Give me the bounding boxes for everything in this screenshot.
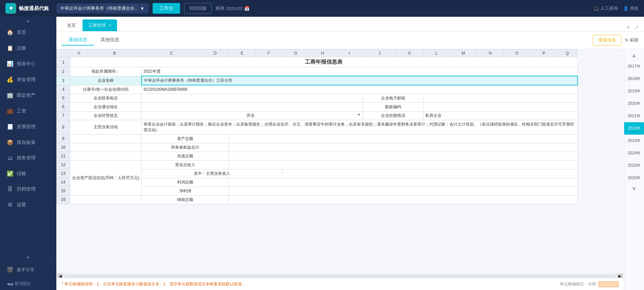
refresh-button[interactable]: ↻ 刷新 (625, 37, 639, 43)
tel-value[interactable] (142, 94, 363, 102)
sidebar-item-assets[interactable]: 🏢 固定资产 (0, 87, 56, 103)
total-profit-value[interactable] (229, 178, 578, 187)
sidebar-item-inventory[interactable]: 📦 库存核算 (0, 135, 56, 150)
user-button[interactable]: 👤 用友 (623, 5, 639, 11)
year-2026[interactable]: 2026年 (624, 172, 644, 184)
period-value: 2023-03 (226, 6, 243, 11)
subtab-basic[interactable]: 基础信息 (62, 35, 94, 46)
sidebar-item-invoices[interactable]: 🧾 发票管理 (0, 119, 56, 135)
chevron-down-icon: ▼ (140, 6, 145, 11)
tax-total-placeholder (70, 195, 142, 204)
year-2022[interactable]: 2022年 (624, 122, 644, 135)
tab-home[interactable]: 首页 (62, 20, 81, 31)
horizontal-scrollbar[interactable]: ◀ ▶ (56, 274, 624, 278)
year-2024[interactable]: 2024年 (624, 147, 644, 159)
user-icon: 👤 (623, 6, 629, 11)
sidebar-scroll-up[interactable]: ▲ (0, 17, 56, 24)
sidebar-scroll-down[interactable]: ▼ (0, 254, 56, 262)
col-header-i: I (336, 50, 363, 57)
sheet-content[interactable]: A B C D E F G H I J K L (56, 49, 624, 274)
sidebar-item-wages[interactable]: 💼 工资 (0, 103, 56, 119)
total-assets-value[interactable] (229, 134, 578, 143)
net-profit-label: 净利润 (142, 187, 229, 195)
tax-icon: 🗂 (7, 155, 13, 161)
edit-hint: * 单元格编辑说明：1、点击单元格直接录入数值或文本。2、清空单元格数值或文本恢… (62, 281, 246, 287)
year-scroll-up[interactable]: ▲ (630, 51, 639, 60)
col-header-e: E (229, 50, 256, 57)
company-name-value[interactable]: 中审众环会计师事务所（特殊普通合伙）江苏分所 (142, 76, 578, 85)
net-profit-value[interactable] (229, 187, 578, 195)
total-liab-value[interactable] (229, 152, 578, 160)
email-value[interactable] (423, 94, 578, 102)
tax-total-value[interactable] (229, 195, 578, 204)
row-num-2: 2 (57, 67, 70, 76)
period-label: 账期 (216, 5, 224, 11)
reg-no-value[interactable]: 91320100MA208E5W6K (142, 85, 578, 94)
biz-status-value[interactable]: 开业▼ (142, 111, 363, 120)
main-revenue-label: 其中：主营业务收入 (142, 169, 282, 178)
year-2018[interactable]: 2018年 (624, 73, 644, 85)
tax-total-label: 纳税总额 (142, 195, 229, 204)
sidebar-item-tax[interactable]: 🗂 税务管理 (0, 150, 56, 166)
col-header-c: C (142, 50, 202, 57)
equity-value[interactable] (229, 143, 578, 152)
old-version-button[interactable]: 切到旧版 (184, 3, 212, 14)
maximize-window-icon[interactable]: ⤢ (634, 24, 639, 30)
sidebar-home-label: 首页 (17, 29, 26, 35)
address-value[interactable] (142, 102, 363, 111)
total-profit-label: 利润总额 (142, 178, 229, 187)
reset-button[interactable]: 重置报表 (593, 35, 622, 46)
sidebar-item-ledger[interactable]: 📋 总账 (0, 40, 56, 56)
period-display: 账期 2023-03 📅 (216, 5, 250, 11)
col-header-p: P (531, 50, 557, 57)
holdings-value[interactable]: 私营企业 (423, 111, 578, 120)
year-2023[interactable]: 2023年 (624, 135, 644, 147)
year-panel: ▲ 2017年 2018年 2019年 2020年 2021年 2022年 20… (624, 49, 644, 290)
col-header-h: H (309, 50, 336, 57)
row-num-7: 7 (57, 111, 70, 120)
subtab-other[interactable]: 其他信息 (94, 35, 126, 46)
year-2019[interactable]: 2019年 (624, 85, 644, 97)
sidebar-item-closing[interactable]: ✅ 结账 (0, 166, 56, 182)
total-revenue-value[interactable] (229, 160, 578, 169)
sidebar-item-guide[interactable]: 🎬 新手引导 (0, 262, 56, 278)
row-num-13: 13 (57, 169, 70, 178)
year-2025[interactable]: 2025年 (624, 159, 644, 172)
title-cell[interactable]: 工商年报信息表 (70, 57, 578, 67)
workbench-button[interactable]: 工作台 (153, 3, 180, 14)
row-num-15: 15 (57, 187, 70, 195)
table-row: 7 企业经营状态 开业▼ 企业控股情况 私营企业 (57, 111, 578, 120)
refresh-label: 刷新 (630, 37, 639, 43)
main-biz-value[interactable]: 审查企业会计报表；出具审计报告；验证企业资本；出具验资报告；办理企业合开、分立、… (142, 120, 578, 134)
sidebar-item-reports[interactable]: 📊 报表中心 (0, 56, 56, 72)
tab-close-icon[interactable]: × (109, 23, 111, 28)
invoices-icon: 🧾 (7, 124, 13, 130)
tab-ic-mgmt[interactable]: 工商管理 × (83, 19, 117, 31)
row-num-5: 5 (57, 94, 70, 102)
year-2020[interactable]: 2020年 (624, 97, 644, 110)
unpin-button[interactable]: ◀◀ 取消固定 (0, 278, 56, 290)
tax-period-value[interactable]: 2022年度 (142, 67, 578, 76)
table-row: 16 纳税总额 (57, 195, 578, 204)
sidebar-item-archive[interactable]: 🗄 归档管理 (0, 182, 56, 197)
company-selector[interactable]: 中审众环会计师事务所（特殊普通合伙... ▼ (56, 3, 149, 13)
total-assets-label: 资产总额 (142, 134, 229, 143)
sidebar-item-home[interactable]: 🏠 首页 (0, 24, 56, 40)
year-2021[interactable]: 2021年 (624, 110, 644, 122)
year-scroll-down[interactable]: ▼ (630, 184, 639, 194)
col-header-k: K (396, 50, 423, 57)
close-window-icon[interactable]: × (626, 23, 630, 31)
year-2017[interactable]: 2017年 (624, 60, 644, 73)
sidebar-item-funds[interactable]: 💰 资金管理 (0, 72, 56, 87)
table-row: 9 资产总额 (57, 134, 578, 143)
content-area: 首页 工商管理 × × ⤢ 基础信息 其他信息 重 (56, 17, 644, 290)
scroll-track-h[interactable] (64, 275, 616, 278)
tab-ic-mgmt-label: 工商管理 (88, 23, 106, 28)
main-revenue-value[interactable] (282, 169, 578, 178)
row-num-9: 9 (57, 134, 70, 143)
postcode-value[interactable] (423, 102, 578, 111)
sidebar-inventory-label: 库存核算 (17, 140, 36, 146)
calendar-icon[interactable]: 📅 (244, 6, 250, 11)
sidebar-item-settings[interactable]: ⚙ 设置 (0, 197, 56, 213)
service-button[interactable]: 🎧 人工咨询 (594, 5, 618, 11)
